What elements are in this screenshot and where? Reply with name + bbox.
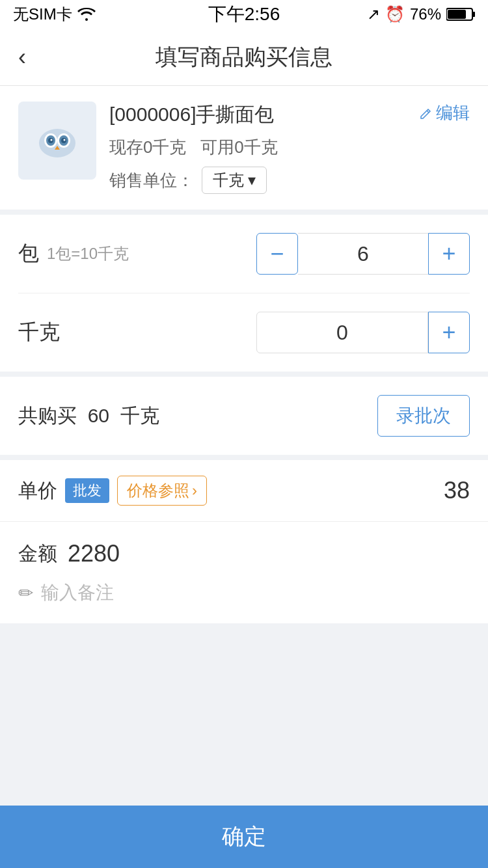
back-button[interactable]: ‹ [18,44,26,71]
amount-row: 金额 2280 [18,540,470,567]
price-row: 单价 批发 价格参照 › 38 [18,476,470,521]
kg-label: 千克 [18,318,60,347]
amount-section: 金额 2280 ✏ 输入备注 [0,522,488,623]
price-value: 38 [444,477,470,504]
wifi-icon [77,8,96,21]
remark-placeholder: 输入备注 [41,580,114,605]
package-increment-button[interactable]: + [428,233,470,275]
kg-controls: + [256,312,470,353]
edit-icon [419,106,433,120]
product-logo-icon [34,121,81,160]
price-label: 单价 批发 价格参照 › [18,476,207,506]
alarm-icon: ⏰ [385,5,405,23]
batch-button[interactable]: 录批次 [377,395,470,437]
product-stock: 现存0千克 可用0千克 [109,136,470,159]
price-section: 单价 批发 价格参照 › 38 [0,460,488,522]
package-controls: − + [256,233,470,275]
carrier-text: 无SIM卡 [13,4,72,25]
product-card: [0000006]手撕面包 编辑 现存0千克 可用0千克 销售单位： 千克 ▾ [0,86,488,215]
svg-rect-1 [472,12,475,17]
package-input[interactable] [298,233,428,275]
status-left: 无SIM卡 [13,4,96,25]
kg-row: 千克 + [18,293,470,372]
total-text: 共购买 60 千克 [18,403,159,429]
status-bar: 无SIM卡 下午2:56 ↗ ⏰ 76% [0,0,488,29]
product-info: [0000006]手撕面包 编辑 现存0千克 可用0千克 销售单位： 千克 ▾ [109,102,470,194]
package-hint: 1包=10千克 [47,243,129,264]
battery-icon [446,7,475,21]
svg-point-10 [51,139,53,141]
product-name: [0000006]手撕面包 [109,102,274,128]
price-ref-arrow-icon: › [192,481,197,500]
page-title: 填写商品购买信息 [156,42,332,72]
edit-button[interactable]: 编辑 [419,102,470,124]
remark-icon: ✏ [18,582,33,604]
dropdown-arrow-icon: ▾ [248,171,256,189]
edit-label: 编辑 [436,102,470,124]
product-unit: 销售单位： 千克 ▾ [109,167,470,194]
status-right: ↗ ⏰ 76% [367,5,475,23]
svg-point-11 [64,139,66,141]
amount-label: 金额 [18,541,57,567]
confirm-button[interactable]: 确定 [0,806,488,868]
amount-value: 2280 [68,540,120,567]
svg-rect-2 [448,10,466,19]
svg-point-3 [39,129,75,157]
nav-bar: ‹ 填写商品购买信息 [0,29,488,86]
package-label: 包 1包=10千克 [18,239,129,268]
price-type-tag: 批发 [65,478,109,503]
remark-row[interactable]: ✏ 输入备注 [18,580,470,605]
battery-text: 76% [410,5,441,23]
kg-input[interactable] [256,312,428,353]
kg-increment-button[interactable]: + [428,312,470,353]
location-icon: ↗ [367,5,380,23]
total-amount: 60 [88,405,109,426]
package-decrement-button[interactable]: − [256,233,298,275]
status-time: 下午2:56 [208,2,280,27]
unit-select[interactable]: 千克 ▾ [202,167,267,194]
quantity-section: 包 1包=10千克 − + 千克 + [0,215,488,377]
price-ref-button[interactable]: 价格参照 › [117,476,207,506]
total-section: 共购买 60 千克 录批次 [0,377,488,460]
package-row: 包 1包=10千克 − + [18,215,470,293]
product-image [18,102,96,180]
